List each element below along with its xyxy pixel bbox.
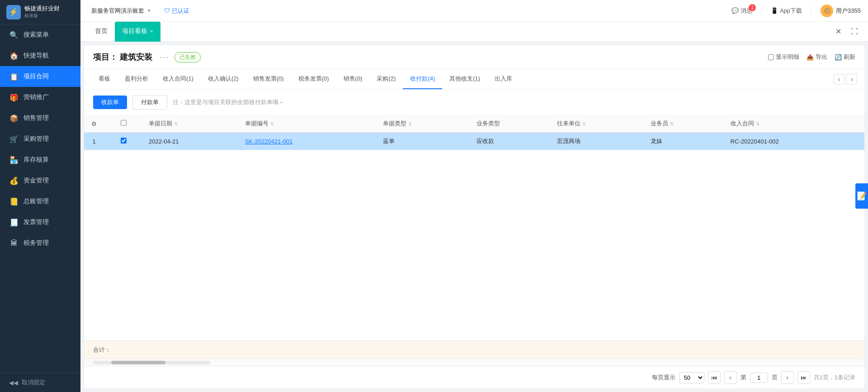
sidebar-logo: ⚡ 畅捷通好业财 标准版 bbox=[0, 0, 80, 24]
user-menu[interactable]: 🐵 用户3355 bbox=[821, 5, 861, 17]
subtab-label: 出入库 bbox=[495, 75, 512, 82]
subtab-tax-invoice[interactable]: 税务发票(0) bbox=[291, 69, 336, 89]
shield-icon: 🛡 bbox=[164, 7, 170, 14]
sidebar-item-search[interactable]: 🔍 搜索菜单 bbox=[0, 24, 80, 45]
sidebar-item-label: 营销推广 bbox=[24, 93, 49, 101]
subtab-in-out[interactable]: 出入库 bbox=[487, 69, 519, 89]
subtab-label: 税务发票(0) bbox=[298, 75, 329, 82]
row-number[interactable]: SK-20220421-001 bbox=[240, 133, 377, 150]
current-page-input[interactable] bbox=[750, 373, 768, 383]
app-download-action[interactable]: 📱 App下载 bbox=[771, 7, 802, 15]
sidebar-item-tax[interactable]: 🏛 税务管理 bbox=[0, 233, 80, 253]
hscroll-thumb[interactable] bbox=[111, 361, 165, 364]
subtab-income-confirm[interactable]: 收入确认(2) bbox=[201, 69, 246, 89]
chevron-down-icon: ▼ bbox=[147, 8, 151, 13]
sidebar-item-label: 库存核算 bbox=[24, 156, 49, 164]
maximize-window-btn[interactable]: ⛶ bbox=[848, 25, 861, 38]
first-page-btn[interactable]: ⏮ bbox=[708, 371, 721, 384]
select-all-checkbox[interactable] bbox=[121, 120, 127, 126]
subtab-other-receipt[interactable]: 其他收支(1) bbox=[442, 69, 487, 89]
tabbar: 首页项目看板× ✕ ⛶ bbox=[80, 22, 868, 42]
hscroll-track[interactable] bbox=[93, 361, 211, 364]
invoice-icon: 🧾 bbox=[9, 217, 19, 227]
subtab-profit[interactable]: 盈利分析 bbox=[118, 69, 156, 89]
type-col-header: 单据类型⇅ bbox=[377, 115, 471, 133]
verified-label: 已认证 bbox=[172, 7, 189, 15]
row-checkbox-cell[interactable] bbox=[104, 133, 143, 150]
project-selector[interactable]: 新服务官网演示账套 ▼ bbox=[88, 5, 155, 17]
salesperson-col-header: 业务员⇅ bbox=[645, 115, 725, 133]
receipts-tab-btn[interactable]: 收款单 bbox=[93, 96, 127, 109]
subtab-payment[interactable]: 收付款(4) bbox=[403, 69, 442, 89]
biz-type-col-header: 业务类型 bbox=[471, 115, 552, 133]
refresh-label: 刷新 bbox=[844, 53, 855, 61]
more-options-btn[interactable]: ··· bbox=[160, 53, 169, 62]
sidebar-item-shortcuts[interactable]: 🏠 快捷导航 bbox=[0, 45, 80, 66]
prev-page-btn[interactable]: ‹ bbox=[724, 371, 737, 384]
partner-sort-icon[interactable]: ⇅ bbox=[582, 121, 586, 126]
message-action[interactable]: 💬 消息 1 bbox=[731, 7, 752, 15]
page-size-label: 每页显示 bbox=[652, 373, 675, 382]
user-label: 用户3355 bbox=[836, 7, 861, 15]
subtab-next-arrow[interactable]: › bbox=[846, 74, 857, 85]
summary-row: 合计： bbox=[84, 340, 864, 359]
next-page-btn[interactable]: › bbox=[781, 371, 794, 384]
search-icon: 🔍 bbox=[9, 30, 19, 40]
tab-project-board[interactable]: 项目看板× bbox=[115, 22, 160, 42]
show-detail-input[interactable] bbox=[768, 54, 774, 60]
row-checkbox[interactable] bbox=[121, 138, 127, 143]
show-detail-checkbox[interactable]: 显示明细 bbox=[768, 53, 799, 61]
row-income-contract: RC-20220401-002 bbox=[725, 133, 864, 150]
subtab-label: 采购(2) bbox=[377, 75, 396, 82]
panel-icon: 📝 bbox=[857, 191, 867, 201]
income-contract-sort-icon[interactable]: ⇅ bbox=[756, 121, 760, 126]
number-link[interactable]: SK-20220421-001 bbox=[245, 138, 293, 145]
settings-col-header[interactable]: ⚙ bbox=[84, 115, 104, 133]
subtab-sales[interactable]: 销售(0) bbox=[336, 69, 370, 89]
sidebar-item-label: 总账管理 bbox=[24, 197, 49, 206]
sidebar-item-label: 发票管理 bbox=[24, 218, 49, 226]
salesperson-sort-icon[interactable]: ⇅ bbox=[670, 121, 674, 126]
subtab-income-contract[interactable]: 收入合同(1) bbox=[156, 69, 201, 89]
subtab-board[interactable]: 看板 bbox=[91, 69, 118, 89]
right-panel-toggle[interactable]: 📝 bbox=[855, 183, 868, 209]
subtab-prev-arrow[interactable]: ‹ bbox=[834, 74, 844, 85]
sidebar-unpin-icon: ◀◀ bbox=[9, 379, 18, 386]
sidebar-logo-icon: ⚡ bbox=[6, 5, 21, 19]
tab-home[interactable]: 首页 bbox=[88, 22, 115, 42]
subtab-purchase[interactable]: 采购(2) bbox=[369, 69, 403, 89]
export-btn[interactable]: 📤 导出 bbox=[807, 53, 827, 61]
sidebar-item-ledger[interactable]: 📒 总账管理 bbox=[0, 191, 80, 212]
page-size-select[interactable]: 50 20 100 bbox=[679, 372, 704, 383]
sidebar-item-invoice[interactable]: 🧾 发票管理 bbox=[0, 212, 80, 233]
last-page-btn[interactable]: ⏭ bbox=[797, 371, 810, 384]
subtab-label: 收入合同(1) bbox=[163, 75, 193, 82]
number-sort-icon[interactable]: ⇅ bbox=[270, 121, 274, 126]
sidebar-item-purchasing[interactable]: 🛒 采购管理 bbox=[0, 129, 80, 149]
payments-tab-btn[interactable]: 付款单 bbox=[132, 95, 167, 110]
sidebar-item-sales[interactable]: 📦 销售管理 bbox=[0, 108, 80, 129]
tab-close-icon[interactable]: × bbox=[150, 28, 153, 34]
sidebar-item-label: 项目合同 bbox=[24, 72, 49, 81]
refresh-btn[interactable]: 🔄 刷新 bbox=[835, 53, 855, 61]
shortcuts-icon: 🏠 bbox=[9, 51, 19, 61]
close-window-btn[interactable]: ✕ bbox=[832, 25, 844, 38]
sidebar-unpin[interactable]: ◀◀ 取消固定 bbox=[0, 373, 80, 392]
sidebar-item-capital[interactable]: 💰 资金管理 bbox=[0, 170, 80, 191]
table-container: ⚙ 单据日期⇅ 单据编号⇅ 单据类型⇅ 业务类型 bbox=[84, 115, 864, 340]
table-row[interactable]: 1 2022-04-21 SK-20220421-001 蓝单 应收款 宏茂商场… bbox=[84, 133, 864, 150]
sidebar-item-contracts[interactable]: 📋 项目合同 bbox=[0, 66, 80, 87]
sidebar-item-inventory[interactable]: 🏪 库存核算 bbox=[0, 149, 80, 170]
subtab-sales-invoice[interactable]: 销售发票(0) bbox=[246, 69, 291, 89]
type-sort-icon[interactable]: ⇅ bbox=[408, 121, 412, 126]
export-icon: 📤 bbox=[807, 54, 814, 61]
message-icon: 💬 bbox=[731, 7, 739, 14]
subtab-label: 销售发票(0) bbox=[253, 75, 284, 82]
subtab-label: 盈利分析 bbox=[125, 75, 148, 82]
ledger-icon: 📒 bbox=[9, 196, 19, 206]
date-sort-icon[interactable]: ⇅ bbox=[174, 121, 178, 126]
sidebar-item-marketing[interactable]: 🎁 营销推广 bbox=[0, 87, 80, 108]
table-header-row: ⚙ 单据日期⇅ 单据编号⇅ 单据类型⇅ 业务类型 bbox=[84, 115, 864, 133]
tabbar-actions: ✕ ⛶ bbox=[832, 25, 861, 38]
partner-col-header: 往来单位⇅ bbox=[552, 115, 645, 133]
